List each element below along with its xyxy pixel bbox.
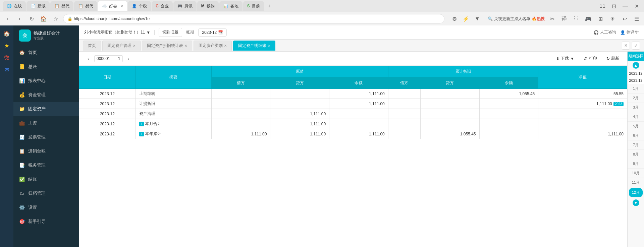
service-button[interactable]: 🎧 人工咨询 <box>594 29 616 35</box>
period-down-btn[interactable]: ▼ <box>633 199 639 206</box>
sidebar-item-payroll[interactable]: 💼 工资 <box>13 116 79 130</box>
tab-new[interactable]: 📄 新版 <box>26 1 50 11</box>
tab-bar-maximize[interactable]: ⊡ <box>609 1 619 11</box>
tab-bar-minimize[interactable]: 11 <box>598 1 607 11</box>
period-month-12月[interactable]: 12月 <box>629 188 643 197</box>
header-right: 🎧 人工咨询 👤 徐译华 <box>594 29 639 35</box>
download-btn[interactable]: ⬇ 下载 ▼ <box>553 54 577 63</box>
sidebar-item-sales[interactable]: 📋 进销台账 <box>13 144 79 158</box>
period-date-1: 2023.12 <box>628 70 644 77</box>
address-input[interactable]: 🔒 https://cloud.chanjet.com/accounting/u… <box>63 14 444 23</box>
home-icon-btn[interactable]: 🏠 <box>1 28 12 39</box>
prev-page-btn[interactable]: ‹ <box>84 55 92 63</box>
period-month-10月[interactable]: 10月 <box>628 169 644 178</box>
mail-icon-btn[interactable]: ✉ <box>1 64 12 75</box>
sidebar-label-reports: 报表中心 <box>28 78 46 84</box>
shield-btn[interactable]: 🛡 <box>572 14 581 23</box>
reload-button[interactable]: ↻ <box>27 14 36 23</box>
home-button[interactable]: 🏠 <box>39 14 48 23</box>
forward-button[interactable]: › <box>15 14 24 23</box>
sidebar-item-archive[interactable]: 🗂 归档管理 <box>13 186 79 200</box>
tab-geshui[interactable]: 👤 个税 <box>128 1 151 11</box>
tab-muqian[interactable]: S 目前 <box>243 1 264 11</box>
sidebar-menu: 🏠 首页 📒 总账 📊 报表中心 💰 资金管理 📁 固定资产 💼 工资 <box>13 46 79 247</box>
tab-yidai1[interactable]: 📋 易代 <box>50 1 73 11</box>
print-btn[interactable]: 🖨 打印 <box>581 54 600 63</box>
tab-gedi[interactable]: 📊 各地 <box>219 1 243 11</box>
refresh-btn[interactable]: ↻ 刷新 <box>604 54 622 63</box>
page-tab-detail-close[interactable]: ✕ <box>268 44 270 48</box>
tab-chang[interactable]: M 畅购 <box>197 1 219 11</box>
tab-expand-btn[interactable]: ⤢ <box>632 42 640 50</box>
tab-online[interactable]: 🌐 在线 <box>3 1 26 11</box>
period-month-4月[interactable]: 4月 <box>628 112 644 122</box>
sidebar-item-reports[interactable]: 📊 报表中心 <box>13 74 79 88</box>
tab-actions: ✕ ⤢ <box>622 42 640 50</box>
sidebar-item-guide[interactable]: 🎯 新手引导 <box>13 214 79 229</box>
period-month-8月[interactable]: 8月 <box>628 150 644 159</box>
tab-tengxun[interactable]: 🎮 腾讯 <box>173 1 197 11</box>
weibo-icon-btn[interactable]: 微 <box>1 52 12 63</box>
sidebar-item-ledger[interactable]: 📒 总账 <box>13 60 79 74</box>
tab-close-haohui[interactable]: ✕ <box>120 4 123 8</box>
period-month-11月[interactable]: 11月 <box>628 178 644 187</box>
tab-bar-restore[interactable]: — <box>621 1 630 11</box>
tab-bar-close[interactable]: ✕ <box>632 1 641 11</box>
assets-menu-icon: 📁 <box>19 106 25 112</box>
tab-qiye[interactable]: C 企业 <box>152 1 173 11</box>
company-selector[interactable]: 刘小艳演示账套（勿删勿动！）11 ▼ <box>84 29 150 35</box>
sidebar-item-invoice[interactable]: 🧾 发票管理 <box>13 130 79 144</box>
switch-version-btn[interactable]: 切到旧版 <box>159 28 182 37</box>
tab-yidai2[interactable]: 📋 易代 <box>74 1 97 11</box>
page-tab-home[interactable]: 首页 <box>83 41 101 51</box>
brightness-btn[interactable]: ☀ <box>608 14 617 23</box>
page-tab-depreciation[interactable]: 固定资产折旧统计表 ✕ <box>142 41 192 51</box>
page-tab-asset-mgmt-close[interactable]: ✕ <box>133 44 136 48</box>
star-icon-btn[interactable]: ★ <box>1 40 12 51</box>
period-month-3月[interactable]: 3月 <box>628 103 644 112</box>
page-tab-category[interactable]: 固定资产类别 ✕ <box>194 41 232 51</box>
sidebar-item-tax[interactable]: 📑 税务管理 <box>13 158 79 172</box>
cell-accum-debit-4 <box>388 129 420 139</box>
period-month-5月[interactable]: 5月 <box>628 122 644 131</box>
game-btn[interactable]: 🎮 <box>584 14 593 23</box>
tab-close-btn[interactable]: ✕ <box>622 42 630 50</box>
period-month-1月[interactable]: 1月 <box>628 84 644 94</box>
user-info[interactable]: 👤 徐译华 <box>620 29 639 35</box>
tab-haohui[interactable]: ☁️ 好会 ✕ <box>98 1 127 11</box>
col-orig-debit: 借方 <box>211 77 270 89</box>
dropdown-btn[interactable]: ▼ <box>473 14 482 23</box>
page-tab-detail[interactable]: 固定资产明细账 ✕ <box>233 41 275 51</box>
menu-btn[interactable]: ☰ <box>632 14 641 23</box>
period-month-2月[interactable]: 2月 <box>628 94 644 103</box>
period-month-6月[interactable]: 6月 <box>628 131 644 140</box>
sidebar-item-closing[interactable]: ✅ 结账 <box>13 172 79 186</box>
back-button[interactable]: ‹ <box>3 14 12 23</box>
extensions-btn[interactable]: ⚙ <box>450 14 459 23</box>
sidebar-item-settings[interactable]: ⚙️ 设置 <box>13 200 79 214</box>
page-tab-category-close[interactable]: ✕ <box>224 44 227 48</box>
translate-btn[interactable]: 译 <box>559 14 569 23</box>
grid-btn[interactable]: ⊞ <box>596 14 605 23</box>
sidebar-item-funds[interactable]: 💰 资金管理 <box>13 88 79 102</box>
scissors-btn[interactable]: ✂ <box>547 14 557 23</box>
period-month-7月[interactable]: 7月 <box>628 140 644 150</box>
period-month-9月[interactable]: 9月 <box>628 159 644 169</box>
sidebar-item-assets[interactable]: 📁 固定资产 <box>13 102 79 116</box>
period-selector[interactable]: 2023-12 📅 <box>198 28 227 37</box>
home-menu-icon: 🏠 <box>19 50 25 56</box>
lightning-btn[interactable]: ⚡ <box>461 14 471 23</box>
cell-accum-balance-4 <box>479 129 538 139</box>
page-tab-asset-mgmt[interactable]: 固定资产管理 ✕ <box>102 41 141 51</box>
next-page-btn[interactable]: › <box>125 55 133 63</box>
page-tab-depreciation-close[interactable]: ✕ <box>184 44 187 48</box>
search-text: 央视更新主持人名单 <box>494 16 530 22</box>
bookmark-button[interactable]: ☆ <box>51 14 60 23</box>
sidebar-item-home[interactable]: 🏠 首页 <box>13 46 79 60</box>
cell-net-value-3 <box>538 119 627 129</box>
new-tab-button[interactable]: + <box>265 1 274 11</box>
cell-summary-4: +本年累计 <box>136 129 211 139</box>
period-up-btn[interactable]: ▲ <box>633 62 639 69</box>
sidebar-logo: 会 畅捷通好会计 专业版 <box>13 25 79 46</box>
history-btn[interactable]: ↩ <box>620 14 629 23</box>
